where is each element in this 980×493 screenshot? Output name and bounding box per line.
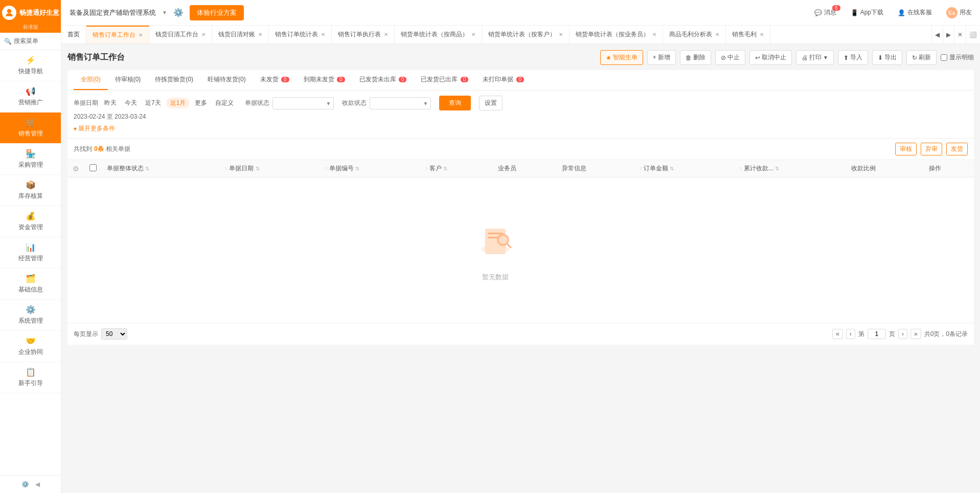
date-btn-7days[interactable]: 近7天 xyxy=(142,98,164,108)
tab-close-sales-stats[interactable]: ✕ xyxy=(321,32,325,37)
message-btn[interactable]: 💬 消息 6 xyxy=(814,8,836,17)
sidebar-item-inventory[interactable]: 📦 库存核算 xyxy=(0,175,61,206)
settings-bottom-icon[interactable]: ⚙️ xyxy=(21,481,29,488)
sort-amount-icon[interactable]: ⇅ xyxy=(670,166,674,171)
payment-select[interactable] xyxy=(370,97,431,109)
sort-date-icon[interactable]: ⇅ xyxy=(256,166,260,171)
date-btn-custom[interactable]: 自定义 xyxy=(212,98,237,108)
filter-tab-all-label: 全部(0) xyxy=(81,76,101,83)
tab-sales-by-customer[interactable]: 销货单统计表（按客户） ✕ xyxy=(482,26,569,44)
filter-tab-not-shipped[interactable]: 未发货 0 xyxy=(253,70,297,90)
delete-btn[interactable]: 🗑 删除 xyxy=(680,50,711,65)
sidebar-item-finance[interactable]: 💰 资金管理 xyxy=(0,206,61,237)
per-page-select[interactable]: 10 20 50 100 xyxy=(101,328,127,340)
last-page-btn[interactable]: » xyxy=(910,329,921,339)
online-service-btn[interactable]: 👤 在线客服 xyxy=(898,8,932,17)
cancel-suspend-btn[interactable]: ↩ 取消中止 xyxy=(749,50,792,65)
next-page-btn[interactable]: › xyxy=(898,329,907,339)
select-all-checkbox[interactable] xyxy=(89,164,97,171)
user-btn[interactable]: Ea 用友 xyxy=(946,7,972,18)
setting-btn[interactable]: 设置 xyxy=(479,96,503,110)
tab-sales-stats[interactable]: 销售订单统计表 ✕ xyxy=(269,26,332,44)
tab-close-sales-workbench[interactable]: ✕ xyxy=(139,32,143,38)
expand-btn[interactable]: ▾ 展开更多条件 xyxy=(74,124,968,133)
sort-collected-icon[interactable]: ⇅ xyxy=(775,166,779,171)
tab-close-sales-more[interactable]: ✕ xyxy=(760,32,764,37)
experience-button[interactable]: 体验行业方案 xyxy=(190,5,244,20)
suspend-btn[interactable]: ⊘ 中止 xyxy=(715,50,745,65)
sidebar-item-operations[interactable]: 📊 经营管理 xyxy=(0,237,61,268)
import-btn[interactable]: ⬆ 导入 xyxy=(838,50,868,65)
show-detail-label[interactable]: 显示明细 xyxy=(941,53,974,62)
add-btn[interactable]: + 新增 xyxy=(647,50,676,65)
cancel-review-batch-btn[interactable]: 弃审 xyxy=(921,143,942,155)
date-btn-1month[interactable]: 近1月 xyxy=(166,98,190,108)
tab-sales-more[interactable]: 销售毛利 ✕ xyxy=(726,26,770,44)
filter-tab-shipped-out-warehouse[interactable]: 已发货已出库 0 xyxy=(414,70,475,90)
tab-sales-workbench[interactable]: 销售订单工作台 ✕ xyxy=(86,26,149,44)
sort-customer-icon-up[interactable]: ↑ xyxy=(425,166,428,171)
sort-amount-icon-up[interactable]: ↑ xyxy=(640,166,642,171)
sidebar-item-sales[interactable]: 🛒 销售管理 xyxy=(0,113,61,144)
smart-create-btn[interactable]: ★ 智能生单 xyxy=(600,50,643,65)
sort-number-icon[interactable]: ⇅ xyxy=(355,166,359,171)
print-btn[interactable]: 🖨 打印 ▼ xyxy=(796,50,834,65)
filter-tab-wangpu[interactable]: 旺铺待发货(0) xyxy=(200,70,253,90)
tab-close-margin-analysis[interactable]: ✕ xyxy=(715,32,719,37)
tab-close-cash-reconcile[interactable]: ✕ xyxy=(258,32,262,37)
tab-sales-by-product[interactable]: 销货单统计表（按商品） ✕ xyxy=(395,26,482,44)
filter-tab-overdue[interactable]: 到期未发货 0 xyxy=(297,70,352,90)
sidebar-item-marketing[interactable]: 📢 营销推广 xyxy=(0,81,61,113)
tab-close-sales-by-product[interactable]: ✕ xyxy=(471,32,475,37)
tab-close-all-btn[interactable]: ✕ xyxy=(954,26,966,44)
sidebar-item-basic-info[interactable]: 🗂️ 基础信息 xyxy=(0,268,61,300)
status-select[interactable] xyxy=(272,97,334,109)
tab-close-sales-by-staff[interactable]: ✕ xyxy=(652,32,656,37)
sidebar-item-guide[interactable]: 📋 新手引导 xyxy=(0,362,61,393)
sidebar-search[interactable]: 🔍 搜索菜单 xyxy=(0,33,61,50)
tab-cash-reconcile[interactable]: 钱货日清对账 ✕ xyxy=(212,26,269,44)
collapse-icon[interactable]: ◀ xyxy=(35,481,40,488)
tab-next-btn[interactable]: ▶ xyxy=(943,26,954,44)
dropdown-arrow[interactable]: ▼ xyxy=(162,10,167,15)
filter-tab-pending-inspect[interactable]: 待拣货验货(0) xyxy=(148,70,200,90)
app-download-btn[interactable]: 📱 App下载 xyxy=(851,8,883,17)
date-btn-more[interactable]: 更多 xyxy=(192,98,210,108)
tab-sales-exec[interactable]: 销售订单执行表 ✕ xyxy=(332,26,395,44)
tab-maximize-btn[interactable]: ⬜ xyxy=(966,26,980,44)
tab-home[interactable]: 首页 xyxy=(61,26,86,44)
sidebar-item-purchase[interactable]: 🏪 采购管理 xyxy=(0,144,61,175)
tab-sales-by-staff[interactable]: 销货单统计表（按业务员） ✕ xyxy=(569,26,663,44)
export-btn[interactable]: ⬇ 导出 xyxy=(872,50,902,65)
tab-margin-analysis[interactable]: 商品毛利分析表 ✕ xyxy=(663,26,726,44)
page-number-input[interactable] xyxy=(868,329,886,339)
sort-status-icon[interactable]: ⇅ xyxy=(145,166,149,171)
sort-collected-icon-up[interactable]: ↑ xyxy=(740,166,742,171)
tab-close-cash-daily[interactable]: ✕ xyxy=(201,32,206,37)
sidebar-item-enterprise[interactable]: 🤝 企业协同 xyxy=(0,331,61,362)
sidebar-item-quick-nav[interactable]: ⚡ 快捷导航 xyxy=(0,50,61,81)
filter-tab-not-printed[interactable]: 未打印单据 0 xyxy=(475,70,531,90)
sort-number-icon-up[interactable]: ↑ xyxy=(325,166,328,171)
sort-customer-icon[interactable]: ⇅ xyxy=(443,166,447,171)
review-batch-btn[interactable]: 审核 xyxy=(895,143,917,155)
date-btn-yesterday[interactable]: 昨天 xyxy=(101,98,120,108)
first-page-btn[interactable]: « xyxy=(832,329,843,339)
prev-page-btn[interactable]: ‹ xyxy=(846,329,855,339)
tab-close-sales-by-customer[interactable]: ✕ xyxy=(559,32,563,37)
show-detail-checkbox[interactable] xyxy=(941,54,947,61)
filter-tab-pending-review[interactable]: 待审核(0) xyxy=(108,70,148,90)
sidebar-item-system[interactable]: ⚙️ 系统管理 xyxy=(0,300,61,331)
tab-cash-daily[interactable]: 钱货日清工作台 ✕ xyxy=(149,26,212,44)
sort-date-icon-up[interactable]: ↑ xyxy=(225,166,227,171)
ship-batch-btn[interactable]: 发货 xyxy=(946,143,968,155)
gear-settings[interactable]: ⚙️ xyxy=(173,8,184,17)
date-btn-today[interactable]: 今天 xyxy=(122,98,140,108)
filter-tab-all[interactable]: 全部(0) xyxy=(74,70,108,90)
tab-prev-btn[interactable]: ◀ xyxy=(931,26,943,44)
tab-close-sales-exec[interactable]: ✕ xyxy=(384,32,388,37)
query-btn[interactable]: 查询 xyxy=(439,96,471,110)
refresh-btn[interactable]: ↻ 刷新 xyxy=(906,50,937,65)
col-settings-icon[interactable]: ⚙ xyxy=(73,165,79,173)
filter-tab-shipped-not-warehouse[interactable]: 已发货未出库 0 xyxy=(352,70,414,90)
